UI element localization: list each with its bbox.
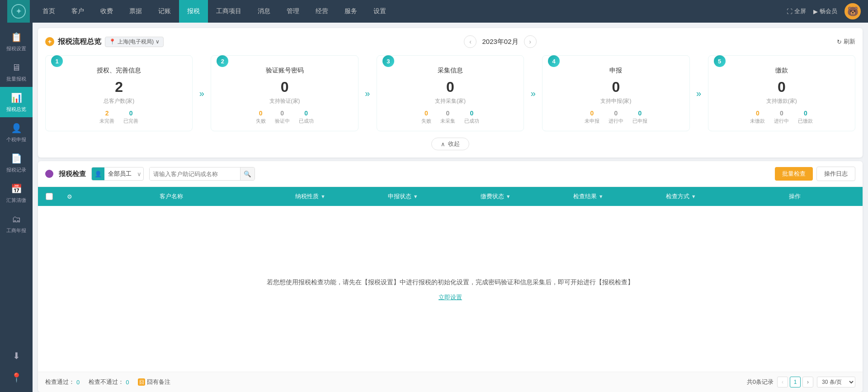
employee-filter[interactable]: 👤 全部员工 ∨: [91, 167, 144, 181]
play-icon: ▶: [813, 8, 818, 15]
fullscreen-btn[interactable]: ⛶ 全屏: [787, 7, 806, 15]
step-5-title: 缴款: [716, 67, 848, 75]
overview-section: + 报税流程总览 📍 上海(电子税局) ∨ ‹ 2023年02月 › ↻ 刷新: [38, 28, 863, 158]
nav-item-settings[interactable]: 设置: [365, 0, 394, 23]
fullscreen-icon: ⛶: [787, 8, 793, 15]
footer-fail-count[interactable]: 0: [126, 379, 129, 386]
step-1-stats: 2 未完善 0 已完善: [53, 110, 185, 124]
sidebar-item-batch-tax[interactable]: 🖥 批量报税: [0, 57, 33, 87]
sidebar-item-tax-overview[interactable]: 📊 报税总览: [0, 87, 33, 117]
operation-log-btn[interactable]: 操作日志: [816, 167, 855, 181]
gear-icon[interactable]: ⚙: [67, 193, 72, 200]
month-navigation: ‹ 2023年02月 ›: [464, 35, 536, 48]
nav-item-tax[interactable]: 报税: [179, 0, 208, 23]
step-5-sub: 支持缴款(家): [716, 97, 848, 105]
th-check-method[interactable]: 检查方式 ▼: [635, 192, 727, 201]
footer-pass-count[interactable]: 0: [76, 379, 80, 386]
step-3-stat-2[interactable]: 0 已成功: [464, 110, 479, 124]
step-5-stat-2-num: 0: [804, 110, 807, 117]
th-tax-nature[interactable]: 纳税性质 ▼: [264, 192, 357, 201]
nav-item-fee[interactable]: 收费: [92, 0, 121, 23]
step-1-stat-1[interactable]: 0 已完善: [123, 110, 138, 124]
nav-item-manage[interactable]: 管理: [278, 0, 307, 23]
step-2-title: 验证账号密码: [218, 67, 350, 75]
step-5-stat-1[interactable]: 0 进行中: [774, 110, 789, 124]
tax-bureau-tag[interactable]: 📍 上海(电子税局) ∨: [105, 37, 164, 47]
th-payment-status[interactable]: 缴费状态 ▼: [449, 192, 542, 201]
step-3-title: 采集信息: [384, 67, 516, 75]
nav-item-home[interactable]: 首页: [34, 0, 63, 23]
search-input[interactable]: [150, 167, 240, 180]
search-button[interactable]: 🔍: [240, 167, 255, 181]
step-2-number: 2: [217, 55, 228, 67]
location-icon: 📍: [10, 371, 23, 384]
th-check[interactable]: [38, 193, 61, 200]
step-5-stat-0[interactable]: 0 未缴款: [750, 110, 765, 124]
step-5-stat-1-label: 进行中: [774, 118, 789, 124]
th-filing-status[interactable]: 申报状态 ▼: [357, 192, 449, 201]
per-page-select[interactable]: 30 条/页 50 条/页 100 条/页: [817, 377, 855, 387]
next-month-btn[interactable]: ›: [524, 35, 537, 48]
footer-note: 囧 囧有备注: [138, 378, 170, 386]
nav-item-customer[interactable]: 客户: [63, 0, 92, 23]
prev-page-btn[interactable]: ‹: [777, 377, 788, 387]
fullscreen-label: 全屏: [794, 7, 806, 15]
th-check-result[interactable]: 检查结果 ▼: [542, 192, 635, 201]
sidebar-item-annual-report[interactable]: 🗂 工商年报: [0, 208, 33, 239]
sidebar-item-location[interactable]: 📍: [0, 367, 33, 388]
nav-item-bookkeeping[interactable]: 记账: [150, 0, 179, 23]
sidebar-label-batch-tax: 批量报税: [6, 76, 26, 82]
pagination: ‹ 1 ›: [777, 377, 813, 387]
step-4-stat-2-label: 已申报: [632, 118, 647, 124]
step-3-stat-1[interactable]: 0 未采集: [440, 110, 455, 124]
sidebar-item-tax-settings[interactable]: 📋 报税设置: [0, 26, 33, 57]
th-gear[interactable]: ⚙: [61, 193, 79, 200]
th-tax-nature-label: 纳税性质: [295, 192, 319, 201]
nav-item-operation[interactable]: 经营: [307, 0, 336, 23]
step-1-stat-0-num: 2: [105, 110, 109, 117]
step-2-stat-0[interactable]: 0 失败: [256, 110, 266, 124]
nav-item-service[interactable]: 服务: [336, 0, 365, 23]
tax-record-icon: 📄: [10, 152, 23, 165]
step-4-sub: 支持申报(家): [550, 97, 682, 105]
nav-item-invoice[interactable]: 票据: [121, 0, 150, 23]
sidebar-item-download[interactable]: ⬇: [0, 345, 33, 367]
vip-btn[interactable]: ▶ 畅会员: [813, 7, 837, 15]
tax-overview-icon: 📊: [10, 91, 23, 104]
step-2-stat-1-num: 0: [280, 110, 284, 117]
setup-link[interactable]: 立即设置: [439, 293, 462, 301]
step-1-stat-0[interactable]: 2 未完善: [99, 110, 114, 124]
annual-report-icon: 🗂: [10, 213, 23, 225]
step-2-stat-2[interactable]: 0 已成功: [299, 110, 314, 124]
sidebar-item-annual-settlement[interactable]: 📅 汇算清缴: [0, 178, 33, 208]
avatar[interactable]: 🐻: [844, 3, 861, 19]
collapse-btn[interactable]: ∧ 收起: [431, 138, 469, 150]
prev-month-btn[interactable]: ‹: [464, 35, 476, 48]
employee-filter-icon: 👤: [92, 167, 104, 181]
step-2-stat-1[interactable]: 0 验证中: [275, 110, 290, 124]
step-3-stat-0-label: 失败: [421, 118, 431, 124]
step-4-stat-2[interactable]: 0 已申报: [632, 110, 647, 124]
nav-item-commerce[interactable]: 工商项目: [208, 0, 250, 23]
check-title-icon: [45, 170, 53, 178]
step-4-stat-0[interactable]: 0 未申报: [585, 110, 599, 124]
next-page-btn[interactable]: ›: [802, 377, 813, 387]
svg-point-0: [47, 172, 52, 176]
step-5-stat-2[interactable]: 0 已缴款: [798, 110, 813, 124]
step-5-stats: 0 未缴款 0 进行中 0 已缴款: [716, 110, 848, 124]
nav-right: ⛶ 全屏 ▶ 畅会员 🐻: [787, 3, 861, 19]
refresh-label: 刷新: [844, 38, 855, 46]
step-4-stat-1[interactable]: 0 进行中: [609, 110, 623, 124]
refresh-btn[interactable]: ↻ 刷新: [837, 38, 855, 46]
step-2-stat-1-label: 验证中: [275, 118, 290, 124]
sidebar-label-tax-settings: 报税设置: [6, 45, 26, 52]
step-3-stat-0[interactable]: 0 失败: [421, 110, 431, 124]
table-header: ⚙ 客户名称 纳税性质 ▼ 申报状态 ▼ 缴费状态 ▼ 检查: [38, 187, 863, 206]
batch-check-btn[interactable]: 批量检查: [775, 167, 813, 181]
header-checkbox[interactable]: [46, 193, 53, 200]
th-check-method-label: 检查方式: [666, 192, 689, 201]
sidebar-item-personal-tax[interactable]: 👤 个税申报: [0, 117, 33, 148]
nav-item-message[interactable]: 消息: [250, 0, 278, 23]
step-1-stat-1-num: 0: [129, 110, 133, 117]
sidebar-item-tax-record[interactable]: 📄 报税记录: [0, 148, 33, 178]
